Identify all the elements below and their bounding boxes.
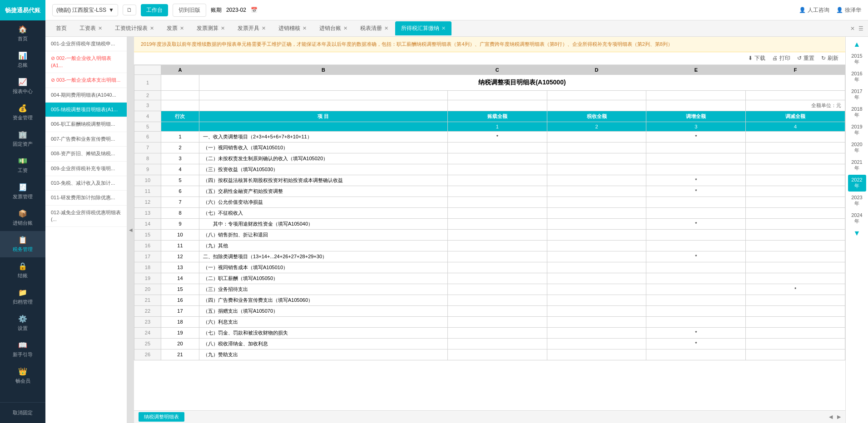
data-cell[interactable] [547, 218, 646, 229]
data-cell[interactable] [646, 305, 746, 316]
data-cell[interactable] [547, 164, 646, 175]
line-num-cell[interactable]: 5 [161, 175, 199, 186]
user-menu[interactable]: 👤 徐泽华 [836, 6, 861, 14]
company-selector[interactable]: (物副) 江西股宝-LSS ▼ [52, 4, 118, 16]
sidebar-item-tax[interactable]: 📋 税务管理 [0, 231, 45, 257]
tab-invoice-open[interactable]: 发票开具 ✕ [232, 21, 272, 35]
item-cell[interactable]: （六）公允价值变动净损益 [199, 197, 448, 207]
line-num-cell[interactable]: 9 [161, 218, 199, 229]
line-num-cell[interactable]: 11 [161, 240, 199, 251]
data-cell[interactable]: * [646, 338, 746, 349]
data-cell[interactable]: * [646, 218, 746, 229]
sidebar-item-member[interactable]: 👑 畅会员 [0, 363, 45, 389]
item-cell[interactable]: 二、扣除类调整项目（13+14+...24+26+27+28+29+30） [199, 251, 448, 262]
form-item-003[interactable]: ⊘ 003-一般企业成本支出明细... [45, 73, 127, 88]
data-cell[interactable] [746, 175, 845, 186]
data-cell[interactable]: * [646, 175, 746, 186]
line-num-cell[interactable]: 10 [161, 229, 199, 240]
print-button[interactable]: 🖨 打印 [772, 54, 790, 62]
data-cell[interactable] [746, 251, 845, 262]
year-2024[interactable]: 2024年 [848, 210, 866, 227]
cell[interactable] [746, 90, 845, 100]
close-icon[interactable]: ✕ [343, 25, 347, 31]
data-cell[interactable] [646, 207, 746, 218]
close-icon[interactable]: ✕ [384, 25, 388, 31]
item-cell[interactable]: （八）税收滞纳金、加收利息 [199, 338, 448, 349]
data-cell[interactable] [646, 262, 746, 273]
cell[interactable] [547, 90, 646, 100]
line-num-cell[interactable]: 15 [161, 284, 199, 295]
line-num-cell[interactable]: 20 [161, 338, 199, 349]
sidebar-item-payroll[interactable]: 💵 工资 [0, 152, 45, 178]
data-cell[interactable] [746, 295, 845, 305]
form-item-009[interactable]: 009-企业所得税补充专项明... [45, 162, 127, 176]
data-cell[interactable] [447, 273, 547, 284]
line-num-cell[interactable]: 4 [161, 164, 199, 175]
old-version-button[interactable]: 切到旧版 [173, 4, 206, 17]
sidebar-item-reports[interactable]: 📈 报表中心 [0, 73, 45, 99]
data-cell[interactable] [746, 153, 845, 164]
scroll-left-icon[interactable]: ◀ [829, 414, 833, 420]
year-2022[interactable]: 2022年 [848, 175, 866, 192]
data-cell[interactable] [746, 273, 845, 284]
line-num-cell[interactable]: 21 [161, 349, 199, 360]
cell[interactable] [447, 100, 547, 111]
line-num-cell[interactable]: 8 [161, 207, 199, 218]
cell[interactable] [199, 90, 448, 100]
close-icon[interactable]: ✕ [262, 25, 266, 31]
data-cell[interactable] [547, 175, 646, 186]
year-2023[interactable]: 2023年 [848, 192, 866, 209]
data-cell[interactable] [746, 349, 845, 360]
close-icon[interactable]: ✕ [180, 25, 184, 31]
cell[interactable] [646, 100, 746, 111]
fix-button[interactable]: 取消固定 [2, 407, 43, 418]
data-cell[interactable] [746, 229, 845, 240]
data-cell[interactable] [646, 273, 746, 284]
data-cell[interactable] [547, 284, 646, 295]
table-area[interactable]: A B C D E F 1 纳税调整项目明细表(A1 [134, 65, 845, 411]
item-cell[interactable]: （七）罚金、罚款和被没收财物的损失 [199, 327, 448, 338]
item-cell[interactable]: （九）其他 [199, 240, 448, 251]
line-num-cell[interactable]: 12 [161, 251, 199, 262]
scroll-right-icon[interactable]: ▶ [837, 414, 841, 420]
data-cell[interactable]: * [646, 251, 746, 262]
data-cell[interactable] [746, 142, 845, 153]
close-icon[interactable]: ✕ [150, 25, 154, 31]
item-cell[interactable]: （七）不征税收入 [199, 207, 448, 218]
item-cell[interactable]: （四）按权益法核算长期股权投资对初始投资成本调整确认收益 [199, 175, 448, 186]
cell[interactable] [161, 74, 199, 90]
data-cell[interactable] [547, 262, 646, 273]
line-num-cell[interactable]: 6 [161, 186, 199, 197]
data-cell[interactable] [746, 207, 845, 218]
data-cell[interactable] [447, 207, 547, 218]
data-cell[interactable] [547, 131, 646, 142]
data-cell[interactable]: * [447, 131, 547, 142]
year-2020[interactable]: 2020年 [848, 139, 866, 156]
close-icon[interactable]: ✕ [441, 25, 446, 31]
cell[interactable] [646, 90, 746, 100]
data-cell[interactable] [447, 305, 547, 316]
year-down-button[interactable]: ▼ [852, 228, 862, 239]
item-cell[interactable]: （三）投资收益（填写A105030） [199, 164, 448, 175]
data-cell[interactable] [447, 164, 547, 175]
panel-collapse-button[interactable]: ◀ [127, 37, 134, 423]
tab-invoice[interactable]: 发票 ✕ [161, 21, 190, 35]
support-btn[interactable]: 👤 人工咨询 [799, 6, 829, 14]
tab-payroll-report[interactable]: 工资统计报表 ✕ [109, 21, 160, 35]
data-cell[interactable] [746, 305, 845, 316]
data-cell[interactable] [547, 251, 646, 262]
tab-home[interactable]: 首页 [50, 21, 73, 35]
download-button[interactable]: ⬇ 下载 [748, 54, 765, 62]
cell[interactable] [199, 100, 448, 111]
form-item-005[interactable]: 005-纳税调整项目明细表(A1... [45, 103, 127, 117]
data-cell[interactable] [447, 284, 547, 295]
sidebar-item-assets[interactable]: 💰 资金管理 [0, 99, 45, 126]
form-item-011[interactable]: 011-研发费用加计扣除优惠... [45, 191, 127, 205]
tab-payroll[interactable]: 工资表 ✕ [74, 21, 108, 35]
line-num-cell[interactable]: 3 [161, 153, 199, 164]
item-cell[interactable]: （八）销售折扣、折让和退回 [199, 229, 448, 240]
form-item-001[interactable]: 001-企业所得税年度纳税申... [45, 37, 127, 51]
close-icon[interactable]: ✕ [98, 25, 102, 31]
item-cell[interactable]: 一、收入类调整项目（2+3+4+5+6+7+8+10+11） [199, 131, 448, 142]
data-cell[interactable] [746, 131, 845, 142]
